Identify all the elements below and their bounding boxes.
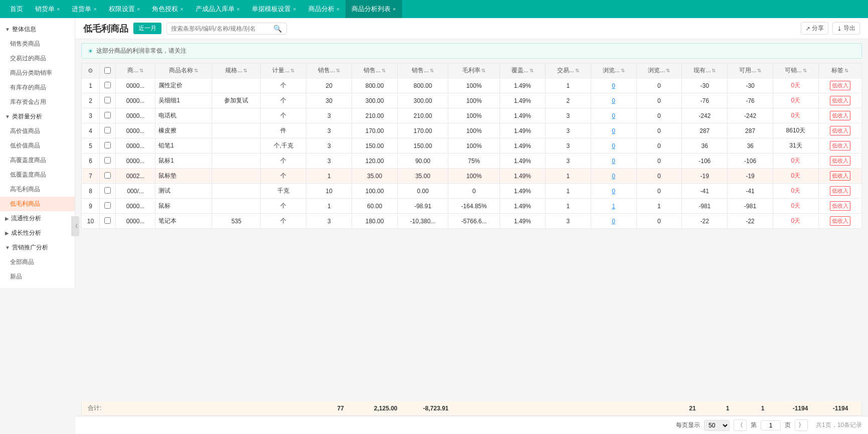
view1-link[interactable]: 0 xyxy=(612,97,615,104)
view1-link[interactable]: 1 xyxy=(612,203,615,210)
sidebar-item-sales-products[interactable]: 销售类商品 xyxy=(0,37,75,51)
view1-link[interactable]: 0 xyxy=(612,127,615,134)
sidebar-group-growth[interactable]: ▶ 成长性分析 xyxy=(0,226,75,240)
export-button[interactable]: ⤓ 导出 xyxy=(832,22,860,35)
sort-sales-amount-icon[interactable]: ⇅ xyxy=(382,68,386,73)
close-purchase-icon[interactable]: × xyxy=(93,6,96,12)
prev-page-button[interactable]: 〈 xyxy=(734,419,747,431)
sidebar-group-marketing[interactable]: ▼ 营销推广分析 xyxy=(0,240,75,255)
page-size-select[interactable]: 50 20 100 xyxy=(704,420,730,431)
row-checkbox[interactable] xyxy=(104,127,111,133)
cell-trade: 3 xyxy=(545,123,591,138)
cell-view1: 0 xyxy=(591,154,636,169)
sidebar-group-circulation[interactable]: ▶ 流通性分析 xyxy=(0,211,75,226)
sort-available-icon[interactable]: ⇅ xyxy=(757,68,761,73)
cell-available: -30 xyxy=(728,78,773,93)
row-checkbox[interactable] xyxy=(104,202,111,209)
nav-sales[interactable]: 销货单 × xyxy=(29,0,66,18)
close-analysis-list-icon[interactable]: × xyxy=(393,6,396,12)
sidebar-item-in-stock[interactable]: 有库存的商品 xyxy=(0,80,75,95)
cell-coverage: 1.49% xyxy=(500,169,546,184)
sidebar-item-high-value[interactable]: 高价值商品 xyxy=(0,124,75,138)
cell-code: 0002... xyxy=(116,169,155,184)
close-template-icon[interactable]: × xyxy=(293,6,296,12)
cell-sales-qty: 30 xyxy=(306,93,352,108)
nav-template[interactable]: 单据模板设置 × xyxy=(246,0,302,18)
settings-icon[interactable]: ⚙ xyxy=(88,67,93,74)
cell-gross-margin: 100% xyxy=(448,123,500,138)
page-number-input[interactable] xyxy=(761,420,781,430)
sidebar-item-all-products[interactable]: 全部商品 xyxy=(0,255,75,269)
cell-trade: 3 xyxy=(545,138,591,154)
collapse-icon: 《 xyxy=(73,223,78,230)
view1-link[interactable]: 0 xyxy=(612,82,615,89)
row-checkbox[interactable] xyxy=(104,82,111,88)
sidebar-item-high-coverage[interactable]: 高覆盖度商品 xyxy=(0,153,75,168)
nav-home[interactable]: 首页 xyxy=(4,0,29,18)
th-available: 可用...⇅ xyxy=(728,63,773,78)
close-product-stock-icon[interactable]: × xyxy=(237,6,240,12)
close-role-icon[interactable]: × xyxy=(180,6,183,12)
view1-link[interactable]: 0 xyxy=(612,188,615,195)
sidebar-item-new-products[interactable]: 新品 xyxy=(0,269,75,284)
close-analysis-icon[interactable]: × xyxy=(336,6,339,12)
low-income-tag: 低收入 xyxy=(830,156,850,166)
sidebar-item-category-rate[interactable]: 商品分类助销率 xyxy=(0,66,75,80)
nav-product-stock[interactable]: 产成品入库单 × xyxy=(190,0,246,18)
nav-role-auth[interactable]: 角色授权 × xyxy=(146,0,189,18)
close-permissions-icon[interactable]: × xyxy=(137,6,140,12)
sort-name-icon[interactable]: ⇅ xyxy=(194,68,198,73)
nav-purchase[interactable]: 进货单 × xyxy=(66,0,102,18)
date-filter-button[interactable]: 近一月 xyxy=(133,23,161,34)
sidebar-item-inventory-capital[interactable]: 库存资金占用 xyxy=(0,95,75,109)
view1-link[interactable]: 0 xyxy=(612,173,615,180)
row-checkbox[interactable] xyxy=(104,217,111,224)
sidebar-item-low-margin[interactable]: 低毛利商品 xyxy=(0,197,75,211)
sidebar-item-high-margin[interactable]: 高毛利商品 xyxy=(0,182,75,197)
sidebar-group-cluster[interactable]: ▼ 类群量分析 xyxy=(0,109,75,124)
sort-gross-margin-icon[interactable]: ⇅ xyxy=(481,68,485,73)
row-checkbox[interactable] xyxy=(104,187,111,194)
sort-view2-icon[interactable]: ⇅ xyxy=(666,68,670,73)
row-checkbox[interactable] xyxy=(104,112,111,118)
sidebar-group-overall[interactable]: ▼ 整体信息 xyxy=(0,22,75,37)
sort-sales-qty-icon[interactable]: ⇅ xyxy=(336,68,340,73)
sidebar-item-traded-products[interactable]: 交易过的商品 xyxy=(0,51,75,66)
view1-link[interactable]: 0 xyxy=(612,218,615,225)
sidebar-item-low-value[interactable]: 低价值商品 xyxy=(0,138,75,153)
sort-code-icon[interactable]: ⇅ xyxy=(139,68,143,73)
sort-current-icon[interactable]: ⇅ xyxy=(712,68,716,73)
nav-product-analysis[interactable]: 商品分析 × xyxy=(302,0,345,18)
view1-link[interactable]: 0 xyxy=(612,158,615,165)
sort-coverage-icon[interactable]: ⇅ xyxy=(530,68,534,73)
row-checkbox[interactable] xyxy=(104,157,111,164)
sidebar-item-low-coverage[interactable]: 低覆盖度商品 xyxy=(0,168,75,182)
nav-product-analysis-list[interactable]: 商品分析列表 × xyxy=(345,0,402,18)
cell-view1: 0 xyxy=(591,214,636,229)
sort-view1-icon[interactable]: ⇅ xyxy=(621,68,625,73)
sort-unit-icon[interactable]: ⇅ xyxy=(290,68,294,73)
cell-spec xyxy=(212,123,261,138)
next-page-button[interactable]: 〉 xyxy=(795,419,808,431)
sort-salable-icon[interactable]: ⇅ xyxy=(803,68,807,73)
cell-spec xyxy=(212,169,261,184)
search-input[interactable] xyxy=(171,25,271,32)
row-checkbox[interactable] xyxy=(104,97,111,103)
sort-tag-icon[interactable]: ⇅ xyxy=(844,68,848,73)
nav-permissions[interactable]: 权限设置 × xyxy=(103,0,146,18)
expand-arrow-marketing: ▼ xyxy=(5,245,10,250)
cell-checkbox xyxy=(100,154,116,169)
sort-sales-profit-icon[interactable]: ⇅ xyxy=(430,68,434,73)
sort-trade-icon[interactable]: ⇅ xyxy=(575,68,579,73)
sidebar-group-overall-label: 整体信息 xyxy=(12,25,36,34)
select-all-checkbox[interactable] xyxy=(104,67,111,74)
share-button[interactable]: ↗ 分享 xyxy=(801,22,828,35)
cell-sales-qty: 3 xyxy=(306,214,352,229)
row-checkbox[interactable] xyxy=(104,142,111,149)
row-checkbox[interactable] xyxy=(104,172,111,179)
close-sales-icon[interactable]: × xyxy=(57,6,60,12)
sort-spec-icon[interactable]: ⇅ xyxy=(243,68,247,73)
sidebar-collapse-button[interactable]: 《 xyxy=(71,216,79,236)
view1-link[interactable]: 0 xyxy=(612,112,615,119)
view1-link[interactable]: 0 xyxy=(612,142,615,150)
